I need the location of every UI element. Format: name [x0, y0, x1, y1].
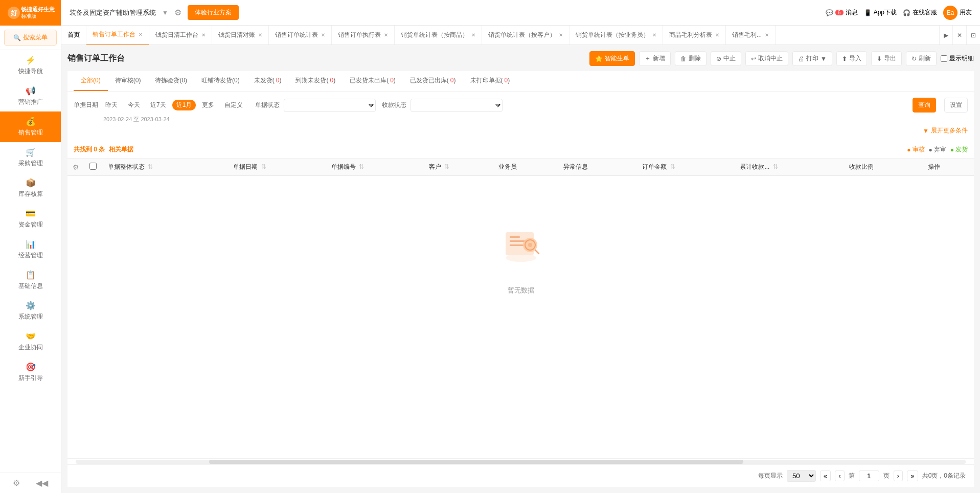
filter-tab-overdue[interactable]: 到期未发货(0): [288, 71, 343, 91]
tab-close-sales-summary-product[interactable]: ✕: [471, 32, 475, 38]
tab-sales-summary-product[interactable]: 销货单统计表（按商品） ✕: [395, 26, 482, 45]
audit-btn[interactable]: ● 审核: [907, 145, 924, 154]
next-page-btn[interactable]: ›: [894, 470, 903, 481]
filter-tab-shipped-not-out[interactable]: 已发货未出库(0): [343, 71, 403, 91]
tab-product-margin[interactable]: 商品毛利分析表 ✕: [663, 26, 726, 45]
column-settings-icon[interactable]: ⚙: [73, 163, 79, 171]
filter-tab-not-shipped[interactable]: 未发货(0): [247, 71, 289, 91]
filter-tab-wangpu[interactable]: 旺铺待发货(0): [194, 71, 247, 91]
tab-cash-daily[interactable]: 钱货日清工作台 ✕: [149, 26, 212, 45]
sidebar-item-operations[interactable]: 📊 经营管理: [0, 234, 61, 265]
export-btn[interactable]: ⬇ 导出: [871, 51, 902, 66]
date-yesterday-btn[interactable]: 昨天: [101, 100, 122, 110]
date-1month-btn[interactable]: 近1月: [172, 100, 196, 110]
cancel-stop-btn[interactable]: ↩ 取消中止: [745, 51, 788, 66]
settings-footer-icon[interactable]: ⚙: [13, 478, 20, 488]
collapse-sidebar-icon[interactable]: ◀◀: [36, 478, 48, 488]
date-today-btn[interactable]: 今天: [124, 100, 144, 110]
stop-btn[interactable]: ⊘ 中止: [711, 51, 741, 66]
topbar-gear-icon[interactable]: ⚙: [174, 8, 181, 17]
page-size-select[interactable]: 10 20 50 100: [787, 470, 816, 482]
show-detail-label[interactable]: 显示明细: [941, 54, 974, 63]
sidebar-item-beginner[interactable]: 🎯 新手引导: [0, 357, 61, 388]
sidebar-item-inventory[interactable]: 📦 库存核算: [0, 173, 61, 204]
tab-sales-stats[interactable]: 销售订单统计表 ✕: [269, 26, 332, 45]
settings-btn[interactable]: 设置: [944, 98, 968, 113]
ship-btn[interactable]: ● 发货: [950, 145, 968, 154]
refresh-btn[interactable]: ↻ 刷新: [906, 51, 937, 66]
sort-collected-icon[interactable]: ⇅: [773, 163, 778, 170]
user-item[interactable]: Ea 用友: [943, 6, 972, 20]
tabs-maximize-icon[interactable]: ⊡: [966, 26, 980, 45]
sidebar-item-finance[interactable]: 💳 资金管理: [0, 204, 61, 234]
sort-customer-icon[interactable]: ⇅: [444, 163, 449, 170]
last-page-btn[interactable]: »: [907, 470, 918, 481]
tabs-scroll-right-icon[interactable]: ▶: [939, 26, 952, 45]
app-download-item[interactable]: 📱 App下载: [864, 8, 897, 17]
sort-date-icon[interactable]: ⇅: [261, 163, 266, 170]
sidebar-item-sales[interactable]: 💰 销售管理: [0, 111, 61, 142]
query-btn[interactable]: 查询: [913, 98, 936, 113]
tab-close-sales-workbench[interactable]: ✕: [139, 32, 143, 37]
expand-filter-btn[interactable]: ▼ 展开更多条件: [923, 126, 968, 135]
show-detail-checkbox[interactable]: [941, 55, 947, 62]
status-select[interactable]: [284, 99, 376, 112]
tab-close-cash-reconcile[interactable]: ✕: [258, 32, 262, 38]
import-btn[interactable]: ⬆ 导入: [836, 51, 867, 66]
online-service-item[interactable]: 🎧 在线客服: [903, 8, 937, 17]
tab-close-product-margin[interactable]: ✕: [715, 32, 719, 38]
date-range-display: 2023-02-24 至 2023-03-24: [103, 116, 170, 123]
sort-number-icon[interactable]: ⇅: [359, 163, 364, 170]
select-all-checkbox[interactable]: [89, 163, 97, 170]
add-btn[interactable]: ＋ 新增: [639, 51, 671, 66]
filter-tab-pending-review[interactable]: 待审核(0): [108, 71, 148, 91]
tab-close-sales-stats[interactable]: ✕: [321, 32, 325, 38]
smart-create-btn[interactable]: ⭐ 智能生单: [589, 51, 635, 66]
tab-sales-more[interactable]: 销售毛利... ✕: [726, 26, 776, 45]
sidebar-item-base-info[interactable]: 📋 基础信息: [0, 265, 61, 296]
revoke-btn[interactable]: ● 弃审: [929, 145, 946, 154]
tab-close-cash-daily[interactable]: ✕: [201, 32, 206, 38]
tab-sales-summary-staff[interactable]: 销货单统计表（按业务员） ✕: [569, 26, 663, 45]
sidebar-item-marketing[interactable]: 📢 营销推广: [0, 81, 61, 111]
pagination: 每页显示 10 20 50 100 « ‹ 第 页 › » 共0页，0条记录: [67, 464, 974, 487]
print-btn[interactable]: 🖨 打印 ▼: [792, 51, 832, 66]
date-custom-btn[interactable]: 自定义: [220, 100, 247, 110]
sidebar-item-system[interactable]: ⚙️ 系统管理: [0, 296, 61, 326]
tab-home[interactable]: 首页: [61, 26, 86, 45]
scroll-bar-area[interactable]: [67, 458, 974, 464]
svg-rect-6: [510, 244, 524, 246]
table-scroll-area[interactable]: ⚙ 单据整体状态 ⇅ 单据日期 ⇅: [67, 159, 974, 458]
payment-select[interactable]: [411, 99, 503, 112]
delete-btn[interactable]: 🗑 删除: [675, 51, 706, 66]
tab-close-sales-exec[interactable]: ✕: [384, 32, 388, 38]
tab-close-sales-summary-customer[interactable]: ✕: [559, 32, 563, 38]
sidebar-item-enterprise[interactable]: 🤝 企业协同: [0, 326, 61, 357]
date-7days-btn[interactable]: 近7天: [146, 100, 170, 110]
empty-text: 暂无数据: [508, 286, 534, 295]
search-menu-button[interactable]: 🔍 搜索菜单: [4, 30, 57, 46]
industry-btn[interactable]: 体验行业方案: [188, 5, 239, 20]
filter-tab-all[interactable]: 全部(0): [74, 71, 108, 91]
sort-amount-icon[interactable]: ⇅: [670, 163, 675, 170]
topbar-dropdown-icon[interactable]: ▼: [162, 9, 168, 16]
filter-tab-not-printed[interactable]: 未打印单据(0): [463, 71, 517, 91]
tabs-close-all-icon[interactable]: ✕: [952, 26, 966, 45]
scroll-bar-thumb[interactable]: [209, 460, 743, 464]
page-number-input[interactable]: [859, 470, 879, 481]
prev-page-btn[interactable]: ‹: [835, 470, 844, 481]
tab-close-sales-summary-staff[interactable]: ✕: [652, 32, 656, 38]
tab-sales-exec[interactable]: 销售订单执行表 ✕: [332, 26, 395, 45]
sidebar-item-purchase[interactable]: 🛒 采购管理: [0, 142, 61, 173]
filter-tab-pending-inspect[interactable]: 待拣验货(0): [148, 71, 194, 91]
filter-tab-shipped-out[interactable]: 已发货已出库(0): [403, 71, 463, 91]
sidebar-item-quick-nav[interactable]: ⚡ 快捷导航: [0, 50, 61, 81]
tab-sales-workbench[interactable]: 销售订单工作台 ✕: [86, 26, 149, 45]
first-page-btn[interactable]: «: [820, 470, 831, 481]
date-more-btn[interactable]: 更多: [198, 100, 218, 110]
tab-cash-reconcile[interactable]: 钱货日清对账 ✕: [212, 26, 269, 45]
tab-close-sales-more[interactable]: ✕: [765, 32, 769, 38]
tab-sales-summary-customer[interactable]: 销货单统计表（按客户） ✕: [482, 26, 569, 45]
sort-status-icon[interactable]: ⇅: [148, 163, 153, 170]
message-icon-item[interactable]: 💬 6 消息: [826, 8, 858, 17]
